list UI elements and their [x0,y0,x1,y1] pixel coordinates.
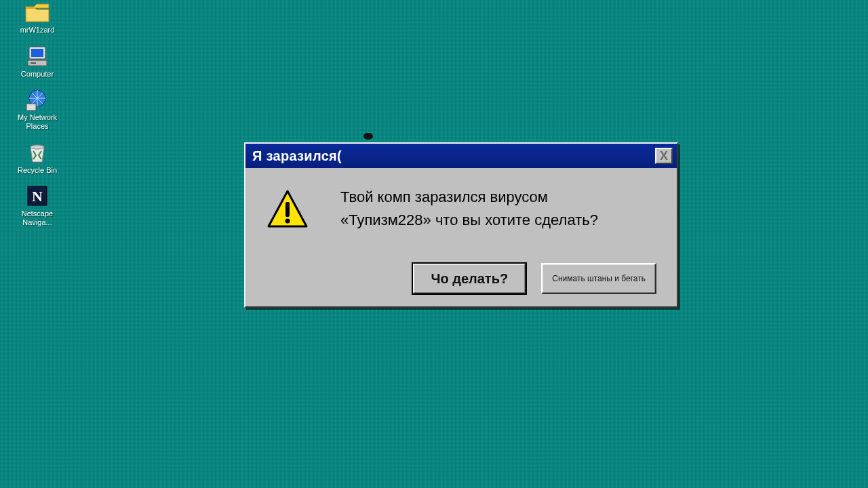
dialog-title: Я заразился( [252,148,655,164]
desktop-icon-netscape[interactable]: N Netscape Naviga... [7,184,68,226]
primary-action-button[interactable]: Чо делать? [412,263,526,294]
folder-icon [24,0,51,24]
dialog-titlebar[interactable]: Я заразился( X [245,144,677,168]
computer-icon [24,44,51,68]
button-label: Чо делать? [431,271,508,287]
dialog-button-row: Чо делать? Снимать штаны и бегать [266,263,659,294]
desktop-icon-label: Computer [21,70,54,79]
desktop-icon-label: Recycle Bin [18,166,57,175]
svg-rect-3 [31,62,36,64]
dialog-body: Твой комп заразился вирусом «Тупизм228» … [245,168,677,306]
svg-point-10 [285,219,290,224]
svg-rect-9 [285,202,290,217]
netscape-icon: N [24,184,51,208]
svg-text:N: N [32,188,43,205]
button-label: Снимать штаны и бегать [552,274,646,283]
desktop-icon-network[interactable]: My Network Places [7,87,68,130]
svg-point-6 [31,145,44,149]
close-icon: X [660,149,668,163]
dialog-message: Твой комп заразился вирусом «Тупизм228» … [340,186,598,232]
desktop-icon-recycle-bin[interactable]: Recycle Bin [7,140,68,175]
warning-icon [266,188,309,232]
svg-rect-1 [31,49,43,57]
network-icon [24,87,51,112]
svg-rect-5 [26,104,36,110]
alert-dialog: Я заразился( X Твой комп заразился вирус… [244,142,678,308]
desktop-icon-label: Netscape Naviga... [9,209,66,226]
desktop-icon-computer[interactable]: Computer [7,44,68,79]
desktop-icon-column: mrW1zard Computer My Network Places [7,0,68,226]
compression-artifact-dot [363,133,373,140]
desktop-icon-label: mrW1zard [20,26,55,35]
desktop-icon-label: My Network Places [9,113,66,130]
close-button[interactable]: X [655,148,673,164]
secondary-action-button[interactable]: Снимать штаны и бегать [541,263,656,294]
desktop-icon-mrwizard[interactable]: mrW1zard [7,0,68,35]
recycle-bin-icon [24,140,51,165]
